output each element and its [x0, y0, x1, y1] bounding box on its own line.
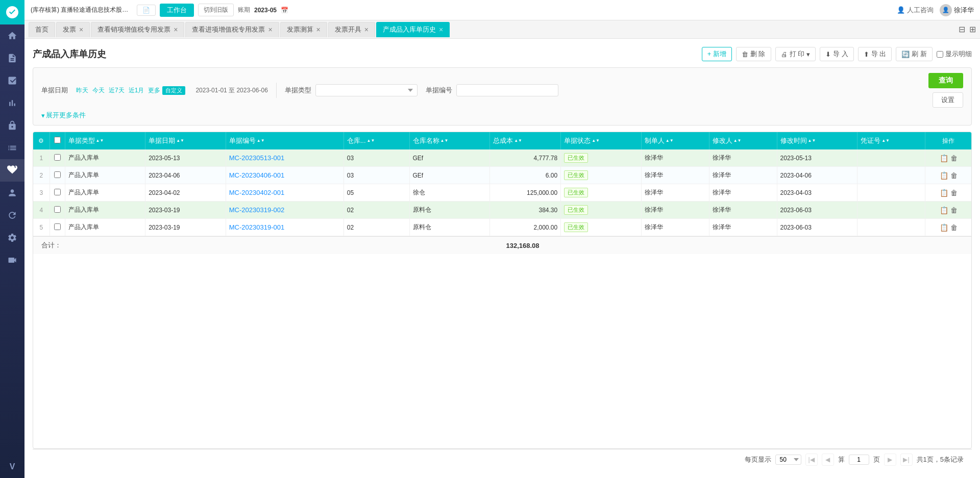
row-checkbox-cell[interactable] [50, 219, 65, 236]
show-detail-checkbox[interactable] [937, 51, 943, 58]
tab-home[interactable]: 首页 [29, 22, 55, 37]
th-status[interactable]: 单据状态▲▼ [561, 132, 642, 149]
shortcut-7days[interactable]: 近7天 [109, 86, 125, 95]
row-edit-icon[interactable]: 📋 [940, 171, 948, 180]
row-number[interactable]: MC-20230402-001 [226, 184, 344, 202]
sidebar-item-doc[interactable] [0, 47, 24, 69]
custom-date-tag[interactable]: 自定义 [162, 86, 185, 95]
query-button[interactable]: 查询 [928, 73, 963, 88]
row-checkbox-4[interactable] [54, 223, 61, 230]
th-warehouse-name[interactable]: 仓库名称▲▼ [409, 132, 490, 149]
service-button[interactable]: 👤 人工咨询 [897, 6, 934, 15]
tab-purchase-invoice-close[interactable]: × [268, 26, 272, 33]
th-type[interactable]: 单据类型▲▼ [65, 132, 145, 149]
prev-page-button[interactable]: ◀ [822, 454, 834, 466]
row-number-link[interactable]: MC-20230406-001 [229, 171, 284, 179]
row-number-link[interactable]: MC-20230402-001 [229, 189, 284, 196]
refresh-button[interactable]: 🔄 刷 新 [896, 47, 933, 61]
tab-invoice-close[interactable]: × [79, 26, 83, 33]
tab-invoice-calc-close[interactable]: × [316, 26, 321, 33]
row-number[interactable]: MC-20230406-001 [226, 167, 344, 184]
row-checkbox-cell[interactable] [50, 202, 65, 219]
set-button[interactable]: 设置 [933, 92, 963, 108]
sidebar-item-video[interactable] [0, 249, 24, 271]
last-page-button[interactable]: ▶| [900, 454, 913, 466]
row-checkbox-2[interactable] [54, 189, 61, 195]
next-page-button[interactable]: ▶ [884, 454, 896, 466]
tab-purchase-invoice[interactable]: 查看进项增值税专用发票 × [185, 22, 279, 37]
workbench-button[interactable]: 工作台 [160, 4, 194, 17]
sidebar-item-refresh[interactable] [0, 204, 24, 227]
th-checkbox[interactable] [50, 132, 65, 149]
import-button[interactable]: ⬇ 导 入 [820, 47, 854, 61]
expand-more[interactable]: ▾ 展开更多条件 [41, 111, 963, 120]
tab-invoice-calc[interactable]: 发票测算 × [280, 22, 327, 37]
row-number-link[interactable]: MC-20230513-001 [229, 154, 284, 162]
tab-product-inbound-close[interactable]: × [439, 26, 443, 33]
row-checkbox-3[interactable] [54, 206, 61, 213]
row-edit-icon[interactable]: 📋 [940, 189, 948, 197]
tab-invoice-issue[interactable]: 发票开具 × [328, 22, 375, 37]
th-date[interactable]: 单据日期▲▼ [145, 132, 226, 149]
row-checkbox-1[interactable] [54, 171, 61, 178]
sidebar-item-inventory[interactable] [0, 159, 24, 182]
type-select[interactable] [315, 84, 418, 96]
row-number-link[interactable]: MC-20230319-002 [229, 206, 284, 214]
shortcut-more[interactable]: 更多 [148, 86, 160, 95]
row-delete-icon[interactable]: 🗑 [950, 171, 958, 180]
print-button[interactable]: 🖨 打 印 ▾ [775, 47, 816, 61]
shortcut-today[interactable]: 今天 [92, 86, 105, 95]
tab-invoice[interactable]: 发票 × [56, 22, 90, 37]
page-input[interactable] [849, 455, 869, 465]
row-delete-icon[interactable]: 🗑 [950, 189, 958, 197]
row-delete-icon[interactable]: 🗑 [950, 206, 958, 214]
row-edit-icon[interactable]: 📋 [940, 206, 948, 214]
th-creator[interactable]: 制单人▲▼ [641, 132, 709, 149]
th-modifier[interactable]: 修改人▲▼ [709, 132, 777, 149]
sidebar-item-v[interactable]: V [0, 456, 24, 478]
row-number[interactable]: MC-20230319-001 [226, 219, 344, 236]
first-page-button[interactable]: |◀ [805, 454, 818, 466]
row-checkbox-cell[interactable] [50, 184, 65, 202]
sidebar-item-lock[interactable] [0, 114, 24, 137]
shortcut-1month[interactable]: 近1月 [129, 86, 144, 95]
row-delete-icon[interactable]: 🗑 [950, 154, 958, 162]
th-modify-time[interactable]: 修改时间▲▼ [777, 132, 857, 149]
th-settings[interactable]: ⚙ [33, 132, 50, 149]
shortcut-yesterday[interactable]: 昨天 [76, 86, 88, 95]
row-checkbox-cell[interactable] [50, 149, 65, 167]
tab-invoice-issue-close[interactable]: × [364, 26, 369, 33]
row-edit-icon[interactable]: 📋 [940, 154, 948, 162]
row-edit-icon[interactable]: 📋 [940, 223, 948, 232]
tab-sales-invoice[interactable]: 查看销项增值税专用发票 × [91, 22, 184, 37]
th-warehouse-code[interactable]: 仓库...▲▼ [344, 132, 409, 149]
number-input[interactable] [456, 84, 558, 96]
sidebar-item-user[interactable] [0, 182, 24, 204]
th-number[interactable]: 单据编号▲▼ [226, 132, 344, 149]
row-checkbox-0[interactable] [54, 154, 61, 161]
user-menu[interactable]: 👤 徐泽华 [940, 4, 974, 16]
export-button[interactable]: ⬆ 导 出 [858, 47, 892, 61]
tab-sales-invoice-close[interactable]: × [174, 26, 178, 33]
sidebar-item-list[interactable] [0, 137, 24, 159]
select-all-checkbox[interactable] [54, 137, 61, 143]
th-total-cost[interactable]: 总成本▲▼ [490, 132, 561, 149]
tab-minimize[interactable]: ⊟ [959, 24, 965, 34]
th-voucher[interactable]: 凭证号▲▼ [857, 132, 925, 149]
row-delete-icon[interactable]: 🗑 [950, 223, 958, 232]
row-number-link[interactable]: MC-20230319-001 [229, 223, 284, 231]
row-number[interactable]: MC-20230319-002 [226, 202, 344, 219]
sidebar-item-home[interactable] [0, 24, 24, 47]
sidebar-item-settings[interactable] [0, 227, 24, 249]
page-size-select[interactable]: 50 100 [775, 455, 801, 465]
sidebar-item-chart[interactable] [0, 92, 24, 114]
tab-product-inbound[interactable]: 产成品入库单历史 × [376, 22, 450, 37]
delete-button[interactable]: 🗑 删 除 [736, 47, 771, 61]
add-button[interactable]: + 新增 [702, 47, 732, 61]
sidebar-item-analytics[interactable] [0, 69, 24, 92]
row-number[interactable]: MC-20230513-001 [226, 149, 344, 167]
row-checkbox-cell[interactable] [50, 167, 65, 184]
tab-maximize[interactable]: ⊞ [969, 24, 976, 34]
switch-version-button[interactable]: 切到旧版 [198, 4, 234, 16]
doc-btn[interactable]: 📄 [137, 5, 156, 16]
